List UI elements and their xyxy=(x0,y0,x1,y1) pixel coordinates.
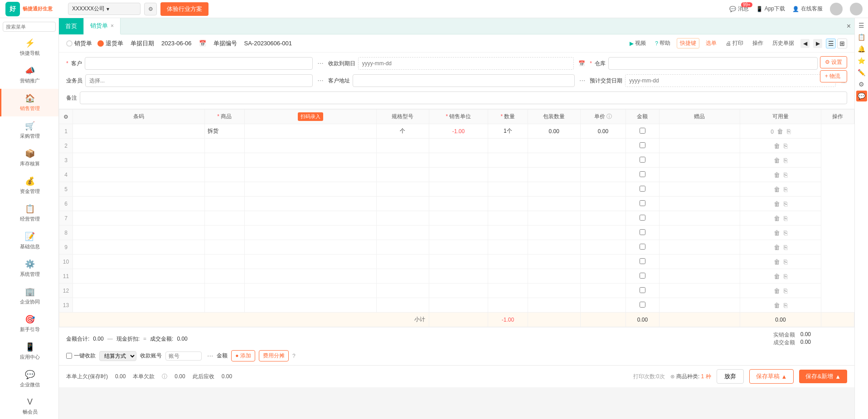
copy-row-icon[interactable]: ⎘ xyxy=(784,200,787,207)
product-cell[interactable] xyxy=(205,226,245,240)
circle-icon[interactable]: ⊙ xyxy=(670,373,675,380)
sidebar-item-operations[interactable]: 📋 经营管理 xyxy=(0,199,58,227)
spec-cell[interactable] xyxy=(244,168,376,182)
sidebar-item-system[interactable]: ⚙️ 系统管理 xyxy=(0,255,58,282)
barcode-cell[interactable] xyxy=(73,168,205,182)
sidebar-item-inventory[interactable]: 📦 库存核算 xyxy=(0,144,58,172)
address-more-icon[interactable]: ··· xyxy=(579,77,585,85)
sidebar-item-apps[interactable]: 📱 应用中心 xyxy=(0,337,58,365)
spec-input[interactable] xyxy=(247,288,373,294)
barcode-cell[interactable] xyxy=(73,269,205,284)
save-draft-button[interactable]: 保存草稿 ▲ xyxy=(749,369,794,384)
spec-input[interactable] xyxy=(247,230,373,236)
avatar-2[interactable] xyxy=(850,3,863,15)
trial-button[interactable]: 体验行业方案 xyxy=(160,2,209,16)
barcode-cell[interactable] xyxy=(73,255,205,269)
price-cell[interactable] xyxy=(528,284,580,298)
search-input[interactable] xyxy=(3,22,56,32)
copy-row-icon[interactable]: ⎘ xyxy=(784,258,787,265)
video-btn[interactable]: ▶ 视频 xyxy=(627,39,649,48)
qty-cell[interactable] xyxy=(429,153,488,168)
product-cell[interactable] xyxy=(205,269,245,284)
gift-cell[interactable] xyxy=(626,240,659,255)
sidebar-item-basic[interactable]: 📝 基础信息 xyxy=(0,227,58,255)
sidebar-item-marketing[interactable]: 📣 营销推广 xyxy=(0,61,58,89)
col-settings[interactable]: ⚙ xyxy=(59,110,73,124)
product-cell[interactable] xyxy=(205,284,245,298)
qty-cell[interactable] xyxy=(429,298,488,313)
qty-cell[interactable] xyxy=(429,197,488,211)
gift-cell[interactable] xyxy=(626,182,659,197)
right-panel-btn-4[interactable]: ⭐ xyxy=(856,55,867,66)
spec-cell[interactable] xyxy=(244,211,376,226)
qty-cell[interactable] xyxy=(429,284,488,298)
payment-due-calendar-icon[interactable]: 📅 xyxy=(578,60,585,67)
right-panel-btn-6[interactable]: ⚙ xyxy=(856,79,867,90)
barcode-cell[interactable] xyxy=(73,298,205,313)
barcode-cell[interactable] xyxy=(73,211,205,226)
barcode-input[interactable] xyxy=(76,273,202,279)
barcode-cell[interactable] xyxy=(73,226,205,240)
delete-row-icon[interactable]: 🗑 xyxy=(774,229,780,236)
gift-checkbox[interactable] xyxy=(640,128,645,134)
one-click-payment-checkbox[interactable] xyxy=(66,353,72,359)
gift-checkbox[interactable] xyxy=(640,287,645,293)
avatar[interactable] xyxy=(830,3,843,15)
barcode-input[interactable] xyxy=(76,215,202,222)
delete-row-icon[interactable]: 🗑 xyxy=(774,258,780,265)
radio-sales-order[interactable]: 销货单 xyxy=(66,39,92,48)
price-cell[interactable] xyxy=(528,153,580,168)
price-cell[interactable] xyxy=(528,240,580,255)
salesperson-input[interactable] xyxy=(85,74,313,87)
gift-checkbox[interactable] xyxy=(640,186,645,192)
grid-view-btn[interactable]: ⊞ xyxy=(837,39,847,48)
barcode-input[interactable] xyxy=(76,157,202,164)
gift-cell[interactable] xyxy=(626,168,659,182)
account-more-icon[interactable]: ··· xyxy=(207,352,213,360)
sidebar-item-purchase[interactable]: 🛒 采购管理 xyxy=(0,116,58,144)
right-panel-btn-3[interactable]: 🔔 xyxy=(856,43,867,54)
gift-checkbox[interactable] xyxy=(640,229,645,235)
warehouse-input[interactable] xyxy=(608,57,818,70)
delete-row-icon[interactable]: 🗑 xyxy=(774,302,780,309)
price-cell[interactable] xyxy=(528,298,580,313)
spec-cell[interactable] xyxy=(244,240,376,255)
gift-checkbox[interactable] xyxy=(640,244,645,250)
barcode-input[interactable] xyxy=(76,288,202,294)
price-cell[interactable] xyxy=(528,269,580,284)
delete-row-icon[interactable]: 🗑 xyxy=(774,186,780,193)
customer-input[interactable] xyxy=(85,57,313,70)
total-due-info-icon[interactable]: ⓘ xyxy=(162,373,167,380)
right-panel-btn-1[interactable]: ☰ xyxy=(856,20,867,31)
fee-split-button[interactable]: 费用分摊 xyxy=(259,350,289,361)
spec-input[interactable] xyxy=(247,259,373,265)
spec-input[interactable] xyxy=(247,244,373,250)
delete-row-icon[interactable]: 🗑 xyxy=(777,128,783,135)
qty-cell[interactable] xyxy=(429,182,488,197)
price-cell[interactable]: 0.00 xyxy=(528,124,580,139)
right-panel-btn-5[interactable]: ✏️ xyxy=(856,67,867,78)
tab-sales-order[interactable]: 销货单 × xyxy=(84,18,121,34)
product-cell[interactable]: 拆货 xyxy=(205,124,245,139)
copy-row-icon[interactable]: ⎘ xyxy=(784,157,787,164)
gift-checkbox[interactable] xyxy=(640,215,645,221)
copy-row-icon[interactable]: ⎘ xyxy=(784,302,787,309)
radio-return-order[interactable]: 退货单 xyxy=(97,39,123,48)
save-new-button[interactable]: 保存&新增 ▲ xyxy=(799,370,847,383)
price-cell[interactable] xyxy=(528,168,580,182)
barcode-cell[interactable] xyxy=(73,240,205,255)
qty-cell[interactable]: -1.00 xyxy=(429,124,488,139)
price-cell[interactable] xyxy=(528,182,580,197)
product-cell[interactable] xyxy=(205,211,245,226)
delete-row-icon[interactable]: 🗑 xyxy=(774,142,780,149)
copy-row-icon[interactable]: ⎘ xyxy=(784,287,787,294)
barcode-cell[interactable] xyxy=(73,153,205,168)
online-service-button[interactable]: 👤 在线客服 xyxy=(792,5,823,13)
notes-input[interactable] xyxy=(80,92,847,104)
barcode-input[interactable] xyxy=(76,186,202,193)
product-cell[interactable] xyxy=(205,182,245,197)
price-info-icon[interactable]: ⓘ xyxy=(606,113,612,120)
settings-gear-button[interactable]: ⚙ xyxy=(144,3,157,15)
spec-cell[interactable] xyxy=(244,269,376,284)
copy-row-icon[interactable]: ⎘ xyxy=(784,171,787,178)
